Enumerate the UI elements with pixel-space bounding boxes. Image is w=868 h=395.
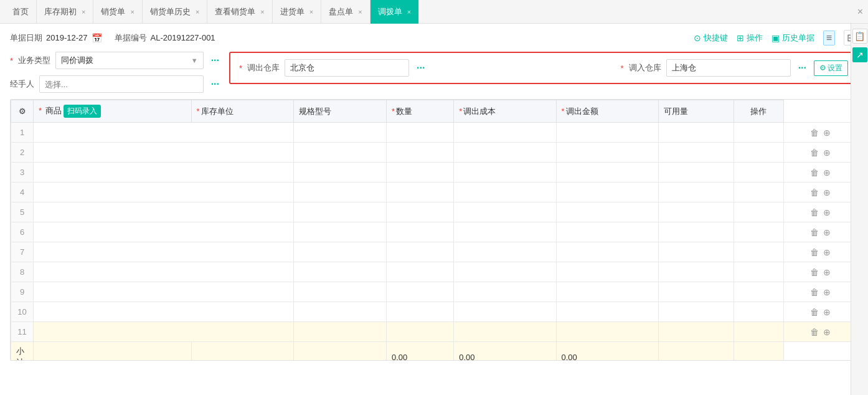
copy-icon[interactable]: ⊕ [823,327,831,337]
qty-cell[interactable] [454,222,556,242]
transfer-in-more[interactable]: ··· [796,62,809,74]
spec-cell[interactable] [386,183,453,202]
cost-cell[interactable] [556,222,658,242]
close-icon[interactable]: × [196,8,199,16]
delete-icon[interactable]: 🗑 [810,227,819,237]
business-type-more[interactable]: ··· [209,55,222,66]
product-cell[interactable] [34,282,294,302]
product-cell[interactable] [34,222,294,242]
tab-view-sales[interactable]: 查看销货单 × [207,0,272,24]
person-more[interactable]: ··· [209,79,222,90]
copy-icon[interactable]: ⊕ [823,148,831,158]
delete-icon[interactable]: 🗑 [810,168,819,178]
scan-button[interactable]: 扫码录入 [64,105,101,118]
product-cell[interactable] [34,183,294,202]
unit-cell[interactable] [293,282,386,302]
delete-icon[interactable]: 🗑 [810,267,819,277]
unit-cell[interactable] [293,262,386,282]
spec-cell[interactable] [386,242,453,262]
gear-column-header[interactable]: ⚙ [11,100,34,123]
amount-cell[interactable] [658,163,734,183]
person-input[interactable] [39,75,204,93]
close-icon[interactable]: × [260,8,264,16]
cost-cell[interactable] [556,322,658,342]
amount-cell[interactable] [658,322,734,342]
amount-cell[interactable] [658,282,734,302]
delete-icon[interactable]: 🗑 [810,207,819,217]
qty-cell[interactable] [454,123,556,143]
cost-cell[interactable] [556,143,658,163]
date-value[interactable]: 2019-12-27 [46,33,88,42]
copy-icon[interactable]: ⊕ [823,287,831,297]
spec-cell[interactable] [386,262,453,282]
unit-cell[interactable] [293,163,386,183]
operation-action[interactable]: ⊞ 操作 [737,32,763,44]
qty-cell[interactable] [454,143,556,163]
transfer-out-select[interactable]: 北京仓 [285,59,409,77]
close-icon[interactable]: × [82,8,85,16]
spec-cell[interactable] [386,282,453,302]
qty-cell[interactable] [454,202,556,222]
tab-stocktake[interactable]: 盘点单 × [321,0,370,24]
qty-cell[interactable] [454,322,556,342]
amount-cell[interactable] [658,183,734,202]
available-cell[interactable] [734,282,783,302]
product-cell[interactable] [34,123,294,143]
copy-icon[interactable]: ⊕ [823,247,831,257]
sidebar-note-icon[interactable]: 📋 [852,29,867,44]
amount-cell[interactable] [658,262,734,282]
unit-cell[interactable] [293,242,386,262]
transfer-out-more[interactable]: ··· [414,62,427,74]
transfer-in-select[interactable]: 上海仓 [666,59,791,77]
unit-cell[interactable] [293,302,386,322]
cost-cell[interactable] [556,282,658,302]
available-cell[interactable] [734,123,783,143]
unit-cell[interactable] [293,202,386,222]
delete-icon[interactable]: 🗑 [810,247,819,257]
available-cell[interactable] [734,202,783,222]
delete-icon[interactable]: 🗑 [810,128,819,138]
qty-cell[interactable] [454,242,556,262]
unit-cell[interactable] [293,183,386,202]
available-cell[interactable] [734,143,783,163]
close-icon[interactable]: × [130,8,134,16]
product-cell[interactable] [34,163,294,183]
delete-icon[interactable]: 🗑 [810,307,819,317]
cost-cell[interactable] [556,123,658,143]
delete-icon[interactable]: 🗑 [810,188,819,198]
tab-sales-order[interactable]: 销货单 × [93,0,142,24]
cost-cell[interactable] [556,242,658,262]
product-cell[interactable] [34,242,294,262]
product-cell[interactable] [34,302,294,322]
spec-cell[interactable] [386,202,453,222]
tab-inventory-init[interactable]: 库存期初 × [37,0,93,24]
unit-cell[interactable] [293,222,386,242]
delete-icon[interactable]: 🗑 [810,327,819,337]
tab-home[interactable]: 首页 [5,0,37,24]
spec-cell[interactable] [386,302,453,322]
copy-icon[interactable]: ⊕ [823,168,831,178]
close-icon[interactable]: × [407,8,411,16]
window-close-button[interactable]: × [857,6,863,17]
copy-icon[interactable]: ⊕ [823,227,831,237]
qty-cell[interactable] [454,163,556,183]
history-action[interactable]: ▣ 历史单据 [771,32,814,44]
amount-cell[interactable] [658,222,734,242]
delete-icon[interactable]: 🗑 [810,287,819,297]
spec-cell[interactable] [386,143,453,163]
cost-cell[interactable] [556,202,658,222]
tab-sales-history[interactable]: 销货单历史 × [143,0,207,24]
available-cell[interactable] [734,302,783,322]
copy-icon[interactable]: ⊕ [823,307,831,317]
available-cell[interactable] [734,322,783,342]
available-cell[interactable] [734,183,783,202]
cost-cell[interactable] [556,183,658,202]
product-cell[interactable] [34,322,294,342]
shortcut-action[interactable]: ⊙ 快捷键 [694,32,728,44]
calendar-icon[interactable]: 📅 [92,33,102,43]
close-icon[interactable]: × [309,8,313,16]
product-cell[interactable] [34,262,294,282]
settings-button[interactable]: ⚙ 设置 [814,60,848,76]
available-cell[interactable] [734,163,783,183]
product-cell[interactable] [34,143,294,163]
